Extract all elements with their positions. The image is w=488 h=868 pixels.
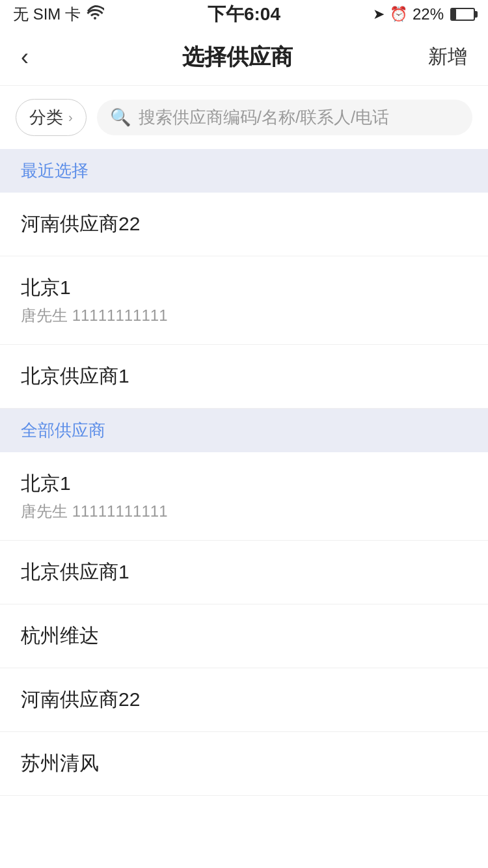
all-suppliers-list: 北京1 唐先生 11111111111 北京供应商1 杭州维达 河南供应商22 … [0,452,488,796]
page-title: 选择供应商 [182,42,293,72]
battery-icon [450,8,475,21]
item-name: 杭州维达 [21,623,467,649]
add-button[interactable]: 新增 [415,44,467,70]
category-label: 分类 [29,106,63,129]
item-name: 河南供应商22 [21,211,467,237]
sim-label: 无 SIM 卡 [13,4,81,25]
item-sub: 唐先生 11111111111 [21,501,467,522]
status-time: 下午6:04 [208,2,280,27]
recent-header-label: 最近选择 [21,161,88,180]
list-item[interactable]: 北京供应商1 [0,541,488,604]
nav-bar: ‹ 选择供应商 新增 [0,29,488,86]
search-box[interactable]: 🔍 搜索供应商编码/名称/联系人/电话 [97,100,472,135]
item-name: 北京1 [21,470,467,497]
filter-bar: 分类 › 🔍 搜索供应商编码/名称/联系人/电话 [0,86,488,149]
recent-list: 河南供应商22 北京1 唐先生 11111111111 北京供应商1 [0,193,488,409]
item-sub: 唐先生 11111111111 [21,305,467,326]
recent-section-header: 最近选择 [0,149,488,193]
location-icon: ➤ [373,6,385,23]
item-name: 北京供应商1 [21,363,467,390]
item-name: 北京1 [21,275,467,301]
list-item[interactable]: 河南供应商22 [0,193,488,256]
status-right: ➤ ⏰ 22% [373,5,475,23]
chevron-right-icon: › [68,110,73,125]
list-item[interactable]: 苏州清风 [0,732,488,796]
all-header-label: 全部供应商 [21,420,105,440]
list-item[interactable]: 北京1 唐先生 11111111111 [0,256,488,345]
back-button[interactable]: ‹ [21,44,60,71]
list-item[interactable]: 北京供应商1 [0,345,488,409]
list-item[interactable]: 杭州维达 [0,604,488,668]
search-icon: 🔍 [110,107,131,128]
alarm-icon: ⏰ [390,6,407,23]
list-item[interactable]: 河南供应商22 [0,668,488,732]
list-item[interactable]: 北京1 唐先生 11111111111 [0,452,488,541]
item-name: 苏州清风 [21,750,467,777]
battery-label: 22% [413,5,444,23]
wifi-icon [86,5,104,23]
category-button[interactable]: 分类 › [16,99,87,136]
item-name: 北京供应商1 [21,559,467,586]
item-name: 河南供应商22 [21,686,467,713]
status-bar: 无 SIM 卡 下午6:04 ➤ ⏰ 22% [0,0,488,29]
all-section-header: 全部供应商 [0,409,488,452]
status-left: 无 SIM 卡 [13,4,104,25]
search-placeholder: 搜索供应商编码/名称/联系人/电话 [139,106,390,129]
